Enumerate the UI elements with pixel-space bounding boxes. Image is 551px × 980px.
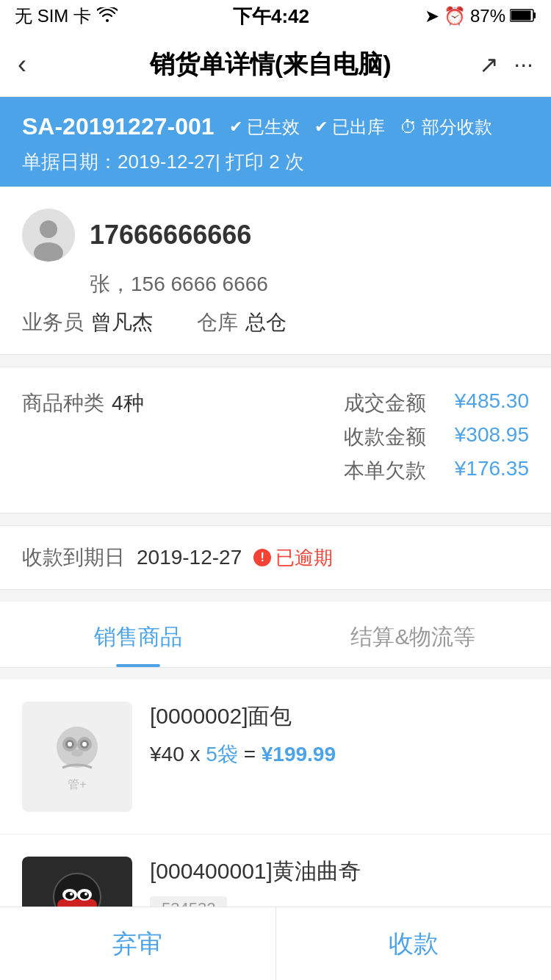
wifi-icon bbox=[97, 6, 118, 26]
collected-amount-line: 收款金额 ¥308.95 bbox=[344, 423, 529, 451]
status-left: 无 SIM 卡 bbox=[15, 4, 118, 28]
product-item: 管+ [0000002]面包 ¥40 x 5袋 = ¥199.99 bbox=[0, 680, 551, 835]
alarm-icon: ⏰ bbox=[444, 6, 466, 26]
battery-text: 87% bbox=[470, 6, 505, 26]
warehouse-info: 仓库 总仓 bbox=[197, 309, 287, 336]
product-name-cookie: [000400001]黄油曲奇 bbox=[150, 857, 529, 887]
status-shipped: ✔ 已出库 bbox=[314, 115, 385, 139]
svg-rect-2 bbox=[511, 11, 530, 21]
svg-point-23 bbox=[70, 893, 73, 896]
bottom-action-bar: 弃审 收款 bbox=[0, 907, 551, 980]
svg-rect-1 bbox=[533, 12, 536, 18]
due-label: 收款到期日 bbox=[22, 544, 125, 572]
tabs-section: 销售商品 结算&物流等 bbox=[0, 602, 551, 668]
warehouse-value: 总仓 bbox=[245, 309, 287, 336]
svg-point-4 bbox=[40, 220, 57, 238]
abandon-review-button[interactable]: 弃审 bbox=[0, 907, 276, 980]
more-icon[interactable]: ··· bbox=[514, 51, 533, 78]
avatar bbox=[22, 209, 75, 262]
collect-payment-button[interactable]: 收款 bbox=[276, 907, 552, 980]
product-type-info: 商品种类 4种 bbox=[22, 389, 144, 417]
product-info-bread: [0000002]面包 ¥40 x 5袋 = ¥199.99 bbox=[150, 702, 529, 768]
svg-text:管+: 管+ bbox=[68, 778, 86, 790]
product-price-bread: ¥40 x 5袋 = ¥199.99 bbox=[150, 741, 529, 768]
product-name-bread: [0000002]面包 bbox=[150, 702, 529, 732]
overdue-icon: ! bbox=[253, 549, 271, 566]
svg-point-24 bbox=[84, 893, 87, 896]
summary-section: 商品种类 4种 成交金额 ¥485.30 收款金额 ¥308.95 本单欠款 ¥… bbox=[0, 367, 551, 514]
signal-text: 无 SIM 卡 bbox=[15, 4, 91, 28]
status-bar: 无 SIM 卡 下午4:42 ➤ ⏰ 87% bbox=[0, 0, 551, 32]
debt-value: ¥176.35 bbox=[441, 457, 529, 485]
svg-point-14 bbox=[71, 749, 83, 757]
svg-point-13 bbox=[82, 742, 87, 746]
product-qty-bread: 5袋 bbox=[206, 743, 238, 765]
status-right: ➤ ⏰ 87% bbox=[425, 6, 536, 26]
check-icon: ✔ bbox=[229, 118, 242, 137]
customer-meta: 业务员 曾凡杰 仓库 总仓 bbox=[22, 309, 529, 336]
back-button[interactable]: ‹ bbox=[18, 49, 62, 80]
svg-point-12 bbox=[68, 742, 72, 746]
share-icon[interactable]: ↗ bbox=[479, 51, 499, 79]
product-image-bread: 管+ bbox=[22, 702, 132, 812]
debt-label: 本单欠款 bbox=[344, 457, 426, 485]
customer-contact: 张，156 6666 6666 bbox=[22, 270, 529, 298]
status-time: 下午4:42 bbox=[233, 4, 309, 29]
deal-amount-label: 成交金额 bbox=[344, 389, 426, 417]
sales-person-value: 曾凡杰 bbox=[91, 309, 153, 336]
product-total-bread: ¥199.99 bbox=[262, 743, 336, 765]
status-partial: ⏱ 部分收款 bbox=[400, 115, 492, 139]
amount-info: 成交金额 ¥485.30 收款金额 ¥308.95 本单欠款 ¥176.35 bbox=[344, 389, 529, 491]
sales-person-info: 业务员 曾凡杰 bbox=[22, 309, 153, 336]
location-icon: ➤ bbox=[425, 6, 439, 26]
customer-id: 17666666666 bbox=[90, 220, 251, 251]
deal-amount-value: ¥485.30 bbox=[441, 389, 529, 417]
type-label: 商品种类 bbox=[22, 389, 104, 417]
clock-icon: ⏱ bbox=[400, 117, 417, 137]
svg-point-7 bbox=[57, 727, 98, 768]
deal-amount-line: 成交金额 ¥485.30 bbox=[344, 389, 529, 417]
nav-bar: ‹ 销货单详情(来自电脑) ↗ ··· bbox=[0, 32, 551, 97]
tab-sales-product[interactable]: 销售商品 bbox=[0, 602, 276, 667]
overdue-badge: ! 已逾期 bbox=[253, 545, 333, 571]
nav-actions: ↗ ··· bbox=[479, 51, 533, 79]
warehouse-label: 仓库 bbox=[197, 309, 238, 336]
debt-amount-line: 本单欠款 ¥176.35 bbox=[344, 457, 529, 485]
svg-point-22 bbox=[80, 892, 89, 899]
check-icon-2: ✔ bbox=[314, 118, 328, 137]
sales-person-label: 业务员 bbox=[22, 309, 84, 336]
status-effective: ✔ 已生效 bbox=[229, 115, 300, 139]
collected-label: 收款金额 bbox=[344, 423, 426, 451]
customer-section: 17666666666 张，156 6666 6666 业务员 曾凡杰 仓库 总… bbox=[0, 187, 551, 355]
order-header: SA-20191227-001 ✔ 已生效 ✔ 已出库 ⏱ 部分收款 单据日期：… bbox=[0, 97, 551, 187]
due-date-section: 收款到期日 2019-12-27 ! 已逾期 bbox=[0, 525, 551, 590]
overdue-text: 已逾期 bbox=[276, 545, 333, 571]
tab-settlement[interactable]: 结算&物流等 bbox=[276, 602, 551, 667]
svg-point-21 bbox=[65, 892, 74, 899]
product-image-placeholder-icon: 管+ bbox=[22, 702, 132, 812]
user-avatar-icon bbox=[22, 209, 75, 262]
page-title: 销货单详情(来自电脑) bbox=[62, 48, 479, 82]
order-id: SA-20191227-001 bbox=[22, 113, 215, 140]
type-count: 4种 bbox=[112, 389, 144, 417]
battery-icon bbox=[510, 6, 536, 26]
tabs: 销售商品 结算&物流等 bbox=[0, 602, 551, 667]
due-date-value: 2019-12-27 bbox=[137, 546, 242, 569]
collected-value: ¥308.95 bbox=[441, 423, 529, 451]
order-date-info: 单据日期：2019-12-27| 打印 2 次 bbox=[22, 149, 529, 175]
